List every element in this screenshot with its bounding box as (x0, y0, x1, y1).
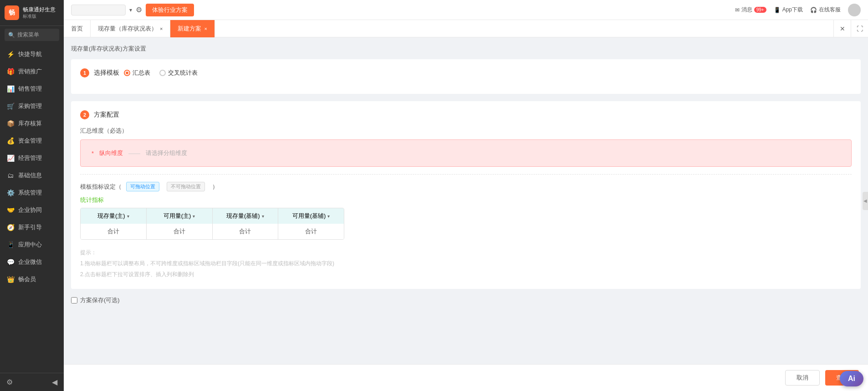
tab-new-scheme[interactable]: 新建方案 × (170, 20, 214, 37)
app-name-text: 畅康通好生意 标准版 (23, 6, 56, 20)
topbar-gear-icon[interactable]: ⚙ (136, 5, 142, 14)
collapse-icon[interactable]: ◀ (52, 378, 57, 386)
stat-table-header: 现存量(主) ▾ 可用量(主) ▾ 现存量(基辅) ▾ 可用量(基辅) (81, 208, 344, 224)
sidebar-item-inventory[interactable]: 📦 库存核算 (0, 115, 64, 132)
sidebar-search[interactable]: 🔍 搜索菜单 (5, 29, 59, 41)
download-icon: 📱 (774, 7, 781, 13)
system-icon: ⚙️ (6, 189, 15, 196)
radio-summary[interactable]: 汇总表 (124, 69, 150, 77)
topbar-right: ✉ 消息 99+ 📱 App下载 🎧 在线客服 (735, 4, 861, 16)
dimension-required-mark: * (92, 150, 94, 157)
right-scroll-handle[interactable]: ◀ (863, 192, 868, 210)
sidebar-item-appstore[interactable]: 📱 应用中心 (0, 236, 64, 253)
badge-movable: 可拖动位置 (126, 182, 159, 191)
content-toolbar: ✕ ⛶ (833, 20, 868, 37)
appstore-icon: 📱 (6, 241, 15, 248)
stat-body-2: 合计 (213, 224, 279, 239)
dimension-name: 纵向维度 (99, 149, 123, 157)
tips-area: 提示： 1.拖动标题栏可以调整布局，不可跨维度或指标区域拖动栏目字段(只能在同一… (80, 247, 852, 280)
step2-number: 2 (80, 110, 89, 119)
trial-industry-button[interactable]: 体验行业方案 (146, 4, 194, 16)
purchase-icon: 🛒 (6, 103, 15, 110)
badge-fixed: 不可拖动位置 (167, 182, 205, 191)
indicator-label: 模板指标设定（ 可拖动位置 不可拖动位置 ） (80, 182, 852, 191)
page-title: 现存量(库存状况表)方案设置 (71, 45, 861, 53)
stat-section: 统计指标 现存量(主) ▾ 可用量(主) ▾ 现存量(基辅) (80, 196, 852, 240)
sidebar-item-marketing[interactable]: 🎁 营销推广 (0, 63, 64, 80)
message-icon: ✉ (735, 7, 740, 13)
settings-footer-icon[interactable]: ⚙ (6, 378, 13, 386)
tab-new-scheme-close-icon[interactable]: × (204, 26, 207, 31)
stat-body-1: 合计 (147, 224, 213, 239)
sidebar-item-quicknav[interactable]: ⚡ 快捷导航 (0, 46, 64, 63)
main-area: ▾ ⚙ 体验行业方案 ✉ 消息 99+ 📱 App下载 🎧 在线客服 首页 (64, 0, 868, 391)
stat-col-0[interactable]: 现存量(主) ▾ (81, 208, 147, 224)
stat-col-1[interactable]: 可用量(主) ▾ (147, 208, 213, 224)
radio-cross-circle (159, 70, 166, 76)
step2-title: 方案配置 (94, 111, 119, 119)
finance-icon: 💰 (6, 137, 15, 144)
step2-header: 2 方案配置 (80, 110, 852, 119)
tab-inventory-close-icon[interactable]: × (160, 26, 163, 31)
col-1-chevron-icon: ▾ (193, 214, 195, 219)
operations-icon: 📈 (6, 154, 15, 162)
tips-title: 提示： (80, 247, 852, 258)
sidebar-item-wechat[interactable]: 💬 企业微信 (0, 253, 64, 271)
close-panel-button[interactable]: ✕ (833, 20, 851, 37)
col-2-chevron-icon: ▾ (262, 214, 264, 219)
app-download-group[interactable]: 📱 App下载 (774, 6, 803, 14)
marketing-icon: 🎁 (6, 68, 15, 75)
topbar-dropdown-button[interactable]: ▾ (129, 7, 132, 13)
stat-col-3[interactable]: 可用量(基辅) ▾ (278, 208, 344, 224)
message-group[interactable]: ✉ 消息 99+ (735, 6, 766, 14)
dimension-placeholder: 请选择分组维度 (146, 149, 187, 157)
stat-body-0: 合计 (81, 224, 147, 239)
sidebar-item-finance[interactable]: 💰 资金管理 (0, 132, 64, 149)
step1-section: 1 选择模板 汇总表 交叉统计表 (71, 59, 861, 94)
content-area: 现存量(库存状况表)方案设置 1 选择模板 汇总表 交叉统计表 (64, 37, 868, 364)
stat-section-title: 统计指标 (80, 196, 852, 204)
stat-body-3: 合计 (278, 224, 344, 239)
ai-button[interactable]: Ai (840, 371, 863, 386)
sidebar-item-sales[interactable]: 📊 销售管理 (0, 80, 64, 98)
stat-col-2[interactable]: 现存量(基辅) ▾ (213, 208, 279, 224)
save-checkbox[interactable] (71, 297, 77, 304)
divider-1 (80, 174, 852, 175)
col-3-chevron-icon: ▾ (327, 214, 330, 219)
stat-table-body: 合计 合计 合计 合计 (81, 224, 344, 239)
enterprise-icon: 🤝 (6, 206, 15, 214)
sidebar-item-guide[interactable]: 🧭 新手引导 (0, 219, 64, 236)
sidebar-nav: ⚡ 快捷导航 🎁 营销推广 📊 销售管理 🛒 采购管理 📦 库存核算 💰 资金管… (0, 44, 64, 373)
radio-cross[interactable]: 交叉统计表 (159, 69, 198, 77)
tab-home[interactable]: 首页 (64, 20, 91, 37)
message-badge: 99+ (754, 7, 766, 13)
save-option[interactable]: 方案保存(可选) (71, 296, 861, 304)
topbar-left: ▾ ⚙ 体验行业方案 (71, 4, 730, 16)
service-icon: 🎧 (810, 7, 817, 13)
online-service-group[interactable]: 🎧 在线客服 (810, 6, 841, 14)
cancel-button[interactable]: 取消 (785, 370, 820, 386)
topbar: ▾ ⚙ 体验行业方案 ✉ 消息 99+ 📱 App下载 🎧 在线客服 (64, 0, 868, 20)
expand-panel-button[interactable]: ⛶ (851, 20, 868, 37)
step2-section: 2 方案配置 汇总维度（必选） * 纵向维度 —— 请选择分组维度 模板指标设定… (71, 101, 861, 289)
logo-icon: 畅 (5, 5, 19, 20)
sidebar-footer: ⚙ ◀ (0, 373, 64, 391)
sidebar-item-member[interactable]: 👑 畅会员 (0, 271, 64, 288)
member-icon: 👑 (6, 276, 15, 283)
sidebar-item-system[interactable]: ⚙️ 系统管理 (0, 184, 64, 201)
sidebar: 畅 畅康通好生意 标准版 🔍 搜索菜单 ⚡ 快捷导航 🎁 营销推广 📊 销售管理… (0, 0, 64, 391)
sidebar-item-basic[interactable]: 🗂 基础信息 (0, 167, 64, 184)
user-avatar[interactable] (848, 4, 861, 16)
dimension-box[interactable]: * 纵向维度 —— 请选择分组维度 (80, 139, 852, 167)
step1-number: 1 (80, 68, 89, 77)
sidebar-item-operations[interactable]: 📈 经营管理 (0, 149, 64, 167)
sidebar-item-enterprise[interactable]: 🤝 企业协同 (0, 201, 64, 219)
topbar-search-input[interactable] (71, 5, 126, 15)
guide-icon: 🧭 (6, 224, 15, 231)
summary-dimension-label: 汇总维度（必选） (80, 127, 852, 135)
sidebar-item-purchase[interactable]: 🛒 采购管理 (0, 98, 64, 115)
dimension-dash: —— (128, 150, 140, 157)
tip-1: 1.拖动标题栏可以调整布局，不可跨维度或指标区域拖动栏目字段(只能在同一维度或指… (80, 258, 852, 269)
tabs-bar: 首页 现存量（库存状况表） × 新建方案 × ✕ ⛶ (64, 20, 868, 37)
tab-inventory-status[interactable]: 现存量（库存状况表） × (91, 20, 170, 37)
